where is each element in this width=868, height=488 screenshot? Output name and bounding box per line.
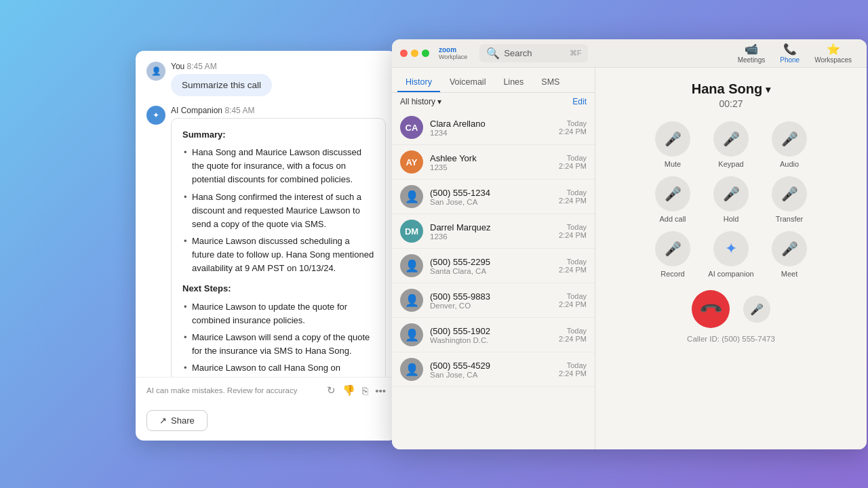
user-meta: You 8:45 AM <box>171 62 272 71</box>
contact-time-5: Today 2:24 PM <box>559 292 587 308</box>
tab-lines[interactable]: Lines <box>495 73 532 92</box>
mute-small-button[interactable]: 🎤 <box>743 296 770 323</box>
history-item-5[interactable]: 👤 (500) 555-9883 Denver, CO Today 2:24 P… <box>392 283 595 318</box>
zoom-nav: 📹 Meetings 📞 Phone ⭐ Workspaces <box>731 41 859 65</box>
contact-avatar-4: 👤 <box>400 254 423 277</box>
user-bubble: Summarize this call <box>171 74 272 96</box>
mic-small-icon: 🎤 <box>750 303 764 316</box>
hold-icon-circle: 🎤 <box>713 176 749 211</box>
search-icon: 🔍 <box>486 47 500 60</box>
history-tabs: History Voicemail Lines SMS <box>392 68 595 93</box>
share-icon: ↗ <box>159 415 167 426</box>
contact-info-4: (500) 555-2295 Santa Clara, CA <box>430 257 552 275</box>
contact-time-2: Today 2:24 PM <box>559 188 587 205</box>
chat-messages: 👤 You 8:45 AM Summarize this call ✦ AI C… <box>136 51 397 377</box>
traffic-lights <box>400 49 429 57</box>
user-message-row: 👤 You 8:45 AM Summarize this call <box>146 62 386 96</box>
zoom-titlebar: zoom Workplace 🔍 Search ⌘F 📹 Meetings 📞 … <box>392 39 867 68</box>
meet-button[interactable]: 🎤 Meet <box>766 231 813 278</box>
call-buttons-grid: 🎤 Mute 🎤 Keypad 🎤 Audio 🎤 Add call <box>649 121 813 278</box>
copy-icon[interactable]: ⎘ <box>362 385 368 396</box>
keypad-icon-circle: 🎤 <box>713 121 749 157</box>
ai-message-row: ✦ AI Companion 8:45 AM Summary: Hana Son… <box>146 106 386 377</box>
transfer-icon-circle: 🎤 <box>772 176 807 211</box>
maximize-button[interactable] <box>422 49 429 57</box>
contact-avatar-7: 👤 <box>400 358 423 381</box>
zoom-body: History Voicemail Lines SMS All history … <box>392 68 867 449</box>
zoom-logo: zoom Workplace <box>439 47 467 60</box>
share-button[interactable]: ↗ Share <box>146 410 208 431</box>
meetings-icon: 📹 <box>745 43 758 56</box>
contact-info-5: (500) 555-9883 Denver, CO <box>430 291 552 310</box>
chat-panel: 👤 You 8:45 AM Summarize this call ✦ AI C… <box>136 51 397 441</box>
hold-button[interactable]: 🎤 Hold <box>707 176 755 223</box>
zoom-panel: zoom Workplace 🔍 Search ⌘F 📹 Meetings 📞 … <box>392 39 867 449</box>
all-history-filter[interactable]: All history ▾ <box>400 97 441 106</box>
contact-info-7: (500) 555-4529 San Jose, CA <box>430 361 552 379</box>
end-call-button[interactable]: 📞 <box>692 290 730 328</box>
phone-icon: 📞 <box>783 43 797 56</box>
history-item-4[interactable]: 👤 (500) 555-2295 Santa Clara, CA Today 2… <box>392 249 595 283</box>
history-item-0[interactable]: CA Clara Arellano 1234 Today 2:24 PM <box>392 110 595 145</box>
ai-companion-button[interactable]: ✦ AI companion <box>707 231 755 278</box>
keypad-button[interactable]: 🎤 Keypad <box>707 121 755 168</box>
next-step-item: Maurice Lawson to call Hana Song on sche… <box>182 361 374 377</box>
contact-info-3: Darrel Marquez 1236 <box>430 222 552 241</box>
search-bar[interactable]: 🔍 Search ⌘F <box>479 44 588 62</box>
caller-name: Hana Song ▾ <box>692 81 770 97</box>
contact-time-3: Today 2:24 PM <box>559 223 587 239</box>
nav-workspaces[interactable]: ⭐ Workspaces <box>808 41 859 65</box>
meet-icon-circle: 🎤 <box>772 231 807 266</box>
contact-time-1: Today 2:24 PM <box>559 154 587 170</box>
add-call-icon-circle: 🎤 <box>655 176 690 211</box>
transfer-button[interactable]: 🎤 Transfer <box>766 176 813 223</box>
close-button[interactable] <box>400 49 408 57</box>
mute-button[interactable]: 🎤 Mute <box>649 121 696 168</box>
caller-id: Caller ID: (500) 555-7473 <box>687 335 775 343</box>
tab-sms[interactable]: SMS <box>533 73 568 92</box>
contact-avatar-1: AY <box>400 150 423 174</box>
summary-box: Summary: Hana Song and Maurice Lawson di… <box>171 118 386 377</box>
call-duration: 00:27 <box>719 98 743 109</box>
contact-time-0: Today 2:24 PM <box>559 119 587 136</box>
contact-info-6: (500) 555-1902 Washington D.C. <box>430 326 552 344</box>
edit-button[interactable]: Edit <box>572 97 587 106</box>
record-icon-circle: 🎤 <box>655 231 690 266</box>
history-list: CA Clara Arellano 1234 Today 2:24 PM AY … <box>392 110 595 449</box>
history-item-2[interactable]: 👤 (500) 555-1234 San Jose, CA Today 2:24… <box>392 180 595 214</box>
history-item-1[interactable]: AY Ashlee York 1235 Today 2:24 PM <box>392 145 595 180</box>
more-icon[interactable]: ••• <box>375 385 386 396</box>
refresh-icon[interactable]: ↻ <box>327 384 336 396</box>
summary-list: Hana Song and Maurice Lawson discussed t… <box>182 146 374 275</box>
chevron-down-icon: ▾ <box>437 97 441 106</box>
summary-item: Hana Song confirmed the interest of such… <box>182 190 374 231</box>
workspaces-icon: ⭐ <box>827 43 840 56</box>
search-label: Search <box>504 48 532 58</box>
history-item-6[interactable]: 👤 (500) 555-1902 Washington D.C. Today 2… <box>392 318 595 352</box>
nav-phone[interactable]: 📞 Phone <box>773 41 806 65</box>
record-button[interactable]: 🎤 Record <box>649 231 696 278</box>
search-shortcut: ⌘F <box>570 49 582 58</box>
contact-time-7: Today 2:24 PM <box>559 361 587 378</box>
thumbs-down-icon[interactable]: 👎 <box>342 384 355 396</box>
add-call-button[interactable]: 🎤 Add call <box>649 176 696 223</box>
summary-item: Maurice Lawson discussed scheduling a fu… <box>182 235 374 275</box>
chevron-down-icon: ▾ <box>766 84 770 95</box>
ai-spark-icon: ✦ <box>725 240 737 258</box>
chat-footer: AI can make mistakes. Review for accurac… <box>136 377 397 403</box>
summary-title: Summary: <box>182 128 374 142</box>
user-avatar: 👤 <box>146 62 165 81</box>
contact-avatar-5: 👤 <box>400 289 423 312</box>
footer-disclaimer: AI can make mistakes. Review for accurac… <box>146 386 297 394</box>
end-call-icon: 📞 <box>698 296 723 321</box>
next-steps-list: Maurice Lawson to update the quote for c… <box>182 300 374 377</box>
audio-button[interactable]: 🎤 Audio <box>766 121 813 168</box>
history-item-3[interactable]: DM Darrel Marquez 1236 Today 2:24 PM <box>392 214 595 249</box>
contact-time-4: Today 2:24 PM <box>559 258 587 274</box>
tab-voicemail[interactable]: Voicemail <box>441 73 494 92</box>
history-panel: History Voicemail Lines SMS All history … <box>392 68 595 449</box>
minimize-button[interactable] <box>411 49 418 57</box>
nav-meetings[interactable]: 📹 Meetings <box>731 41 772 65</box>
history-item-7[interactable]: 👤 (500) 555-4529 San Jose, CA Today 2:24… <box>392 352 595 387</box>
tab-history[interactable]: History <box>397 73 440 92</box>
